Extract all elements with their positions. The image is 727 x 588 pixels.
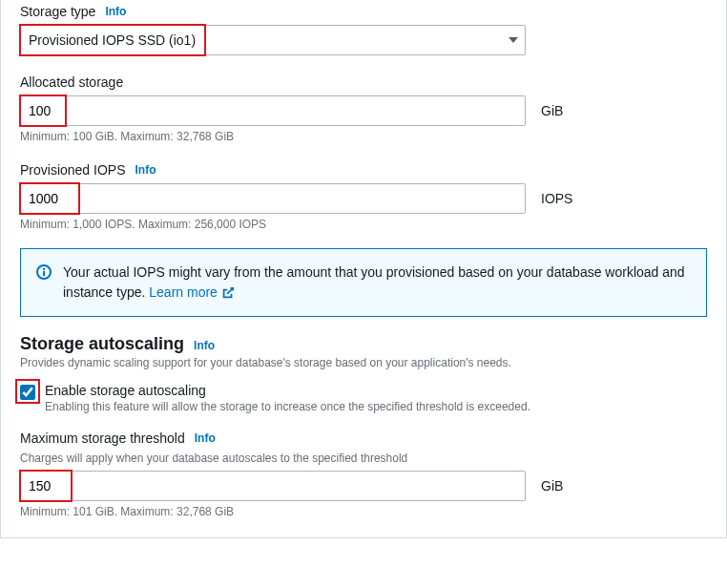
- max-threshold-group: Maximum storage threshold Info Charges w…: [20, 427, 707, 518]
- iops-info-box: Your actual IOPS might vary from the amo…: [20, 248, 707, 317]
- provisioned-iops-info-link[interactable]: Info: [135, 163, 156, 177]
- storage-panel: Storage type Info Provisioned IOPS SSD (…: [0, 0, 727, 538]
- storage-type-select[interactable]: Provisioned IOPS SSD (io1): [20, 25, 526, 55]
- allocated-storage-group: Allocated storage GiB Minimum: 100 GiB. …: [20, 71, 707, 143]
- enable-autoscaling-checkbox[interactable]: [20, 385, 35, 400]
- svg-rect-1: [43, 271, 45, 276]
- provisioned-iops-hint: Minimum: 1,000 IOPS. Maximum: 256,000 IO…: [20, 218, 707, 231]
- external-link-icon: [221, 286, 235, 300]
- autoscaling-checkbox-row: Enable storage autoscaling Enabling this…: [20, 383, 707, 413]
- autoscaling-checkbox-label: Enable storage autoscaling: [45, 383, 530, 398]
- provisioned-iops-label: Provisioned IOPS: [20, 162, 126, 178]
- max-threshold-input[interactable]: [20, 471, 526, 501]
- provisioned-iops-unit: IOPS: [541, 191, 572, 206]
- autoscaling-info-link[interactable]: Info: [194, 339, 215, 352]
- storage-type-label: Storage type: [20, 4, 95, 19]
- max-threshold-label: Maximum storage threshold: [20, 430, 185, 446]
- max-threshold-unit: GiB: [541, 478, 563, 494]
- autoscaling-heading: Storage autoscaling: [20, 334, 184, 354]
- allocated-storage-hint: Minimum: 100 GiB. Maximum: 32,768 GiB: [20, 130, 707, 143]
- allocated-storage-unit: GiB: [541, 103, 563, 118]
- svg-rect-2: [43, 268, 45, 270]
- allocated-storage-label: Allocated storage: [20, 74, 123, 90]
- allocated-storage-input[interactable]: [20, 95, 526, 126]
- max-threshold-info-link[interactable]: Info: [195, 431, 216, 445]
- provisioned-iops-group: Provisioned IOPS Info IOPS Minimum: 1,00…: [20, 158, 707, 231]
- info-icon: [36, 264, 52, 280]
- provisioned-iops-input[interactable]: [20, 183, 526, 214]
- learn-more-label: Learn more: [149, 283, 218, 303]
- autoscaling-heading-row: Storage autoscaling Info: [20, 334, 707, 354]
- storage-type-group: Storage type Info Provisioned IOPS SSD (…: [20, 0, 707, 55]
- storage-type-info-link[interactable]: Info: [105, 5, 126, 18]
- autoscaling-desc: Provides dynamic scaling support for you…: [20, 356, 707, 369]
- autoscaling-checkbox-desc: Enabling this feature will allow the sto…: [45, 400, 530, 413]
- max-threshold-desc: Charges will apply when your database au…: [20, 452, 707, 465]
- info-box-text: Your actual IOPS might vary from the amo…: [63, 262, 691, 303]
- storage-type-value: Provisioned IOPS SSD (io1): [20, 25, 526, 55]
- max-threshold-hint: Minimum: 101 GiB. Maximum: 32,768 GiB: [20, 505, 707, 518]
- learn-more-link[interactable]: Learn more: [149, 283, 235, 303]
